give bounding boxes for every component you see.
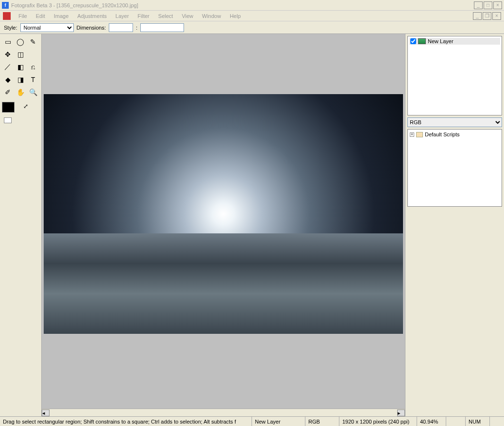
menu-window[interactable]: Window	[198, 12, 225, 20]
dimension-separator: :	[136, 25, 137, 31]
menu-edit[interactable]: Edit	[32, 12, 49, 20]
close-button[interactable]: ×	[493, 1, 502, 9]
layer-thumbnail-icon	[418, 38, 426, 44]
horizontal-scrollbar[interactable]: ◂ ▸	[42, 409, 405, 416]
dimensions-label: Dimensions:	[77, 25, 106, 31]
tool-rect-select[interactable]: ▭	[2, 36, 14, 48]
tool-eraser[interactable]: ◧	[15, 61, 26, 73]
tool-ellipse-select[interactable]: ◯	[15, 36, 26, 48]
menu-help[interactable]: Help	[226, 12, 245, 20]
style-select[interactable]: Normal	[20, 23, 74, 32]
dimension-width-input[interactable]	[109, 23, 133, 32]
menu-filter[interactable]: Filter	[134, 12, 153, 20]
layer-row[interactable]: New Layer	[409, 38, 500, 45]
minimize-button[interactable]: _	[474, 1, 483, 9]
canvas-content	[44, 233, 403, 334]
mdi-restore-button[interactable]: ❐	[483, 12, 491, 20]
document-canvas[interactable]	[44, 94, 403, 334]
style-label: Style:	[4, 25, 17, 31]
status-mode: RGB	[305, 417, 339, 426]
tool-empty	[27, 49, 39, 60]
mdi-minimize-button[interactable]: _	[473, 12, 482, 20]
statusbar: Drag to select rectangular region; Shift…	[0, 416, 504, 426]
scroll-right-button[interactable]: ▸	[397, 410, 405, 416]
tree-expand-icon[interactable]: +	[410, 132, 414, 137]
folder-icon	[416, 132, 423, 137]
toolbox: ▭◯✎✥◫／◧⎌◆◨T✐✋🔍 ⤢	[0, 34, 42, 416]
maximize-button[interactable]: □	[484, 1, 492, 9]
dimension-height-input[interactable]	[140, 23, 184, 32]
layers-panel: New Layer	[407, 36, 502, 115]
menubar: File Edit Image Adjustments Layer Filter…	[0, 11, 504, 21]
background-color-swatch[interactable]	[4, 117, 12, 123]
tool-gradient[interactable]: ◨	[15, 74, 26, 85]
main-area: ▭◯✎✥◫／◧⎌◆◨T✐✋🔍 ⤢ ◂ ▸ New Layer RGB	[0, 34, 504, 416]
status-zoom: 40.94%	[417, 417, 446, 426]
tool-move[interactable]: ✥	[2, 49, 14, 60]
status-numlock: NUM	[465, 417, 489, 426]
mdi-controls: _ ❐ ×	[473, 12, 501, 20]
scroll-left-button[interactable]: ◂	[42, 410, 50, 416]
color-mode-select[interactable]: RGB	[407, 117, 502, 127]
document-icon	[3, 12, 11, 20]
tool-crop[interactable]: ◫	[15, 49, 26, 60]
color-swatches: ⤢	[2, 102, 39, 124]
tool-zoom[interactable]: 🔍	[27, 86, 39, 98]
options-bar: Style: Normal Dimensions: :	[0, 21, 504, 34]
menu-file[interactable]: File	[15, 12, 31, 20]
app-icon: f	[2, 2, 9, 9]
tool-text[interactable]: T	[27, 74, 39, 85]
tool-clone[interactable]: ⎌	[27, 61, 39, 73]
tool-brush[interactable]: ／	[2, 61, 14, 73]
canvas-area: ◂ ▸	[42, 34, 405, 416]
status-hint: Drag to select rectangular region; Shift…	[0, 417, 252, 426]
tool-hand[interactable]: ✋	[15, 86, 26, 98]
menu-adjustments[interactable]: Adjustments	[73, 12, 111, 20]
scripts-panel: + Default Scripts	[407, 129, 502, 207]
menu-image[interactable]: Image	[50, 12, 73, 20]
tool-eyedropper[interactable]: ✐	[2, 86, 14, 98]
mdi-close-button[interactable]: ×	[492, 12, 501, 20]
status-resize-grip[interactable]	[489, 417, 504, 426]
swap-colors-icon[interactable]: ⤢	[23, 103, 28, 110]
window-title: Fotografix Beta 3 - [1356_crepuscule_192…	[11, 2, 474, 8]
tool-bucket[interactable]: ◆	[2, 74, 14, 85]
layer-name: New Layer	[428, 38, 454, 44]
tool-lasso[interactable]: ✎	[27, 36, 39, 48]
layer-visibility-checkbox[interactable]	[410, 38, 416, 44]
status-dimensions: 1920 x 1200 pixels (240 ppi)	[339, 417, 417, 426]
menu-select[interactable]: Select	[154, 12, 177, 20]
scripts-tree-item[interactable]: + Default Scripts	[410, 131, 500, 137]
status-empty	[446, 417, 465, 426]
right-panel: New Layer RGB + Default Scripts	[405, 34, 504, 416]
menu-view[interactable]: View	[178, 12, 197, 20]
menu-layer[interactable]: Layer	[112, 12, 133, 20]
scripts-root-label: Default Scripts	[425, 131, 460, 137]
color-mode-panel: RGB	[407, 117, 502, 127]
status-layer: New Layer	[252, 417, 305, 426]
window-controls: _ □ ×	[474, 1, 502, 9]
titlebar: f Fotografix Beta 3 - [1356_crepuscule_1…	[0, 0, 504, 11]
foreground-color-swatch[interactable]	[2, 102, 15, 113]
